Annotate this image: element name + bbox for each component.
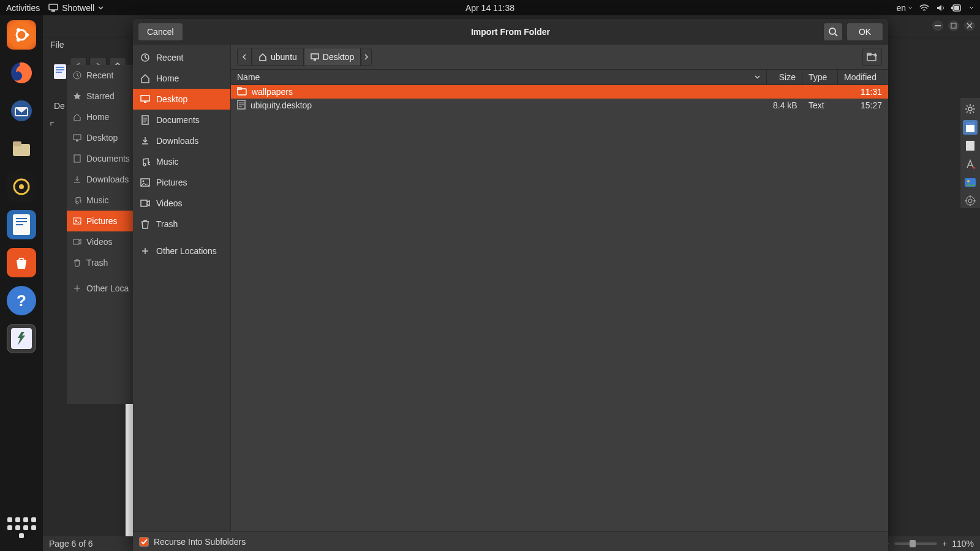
svg-rect-3 — [951, 7, 953, 9]
svg-rect-30 — [74, 155, 80, 162]
svg-rect-33 — [74, 239, 79, 244]
system-menu-chevron-icon[interactable] — [969, 6, 974, 9]
input-source[interactable]: en — [896, 3, 913, 13]
bg-side-starred[interactable]: Starred — [67, 86, 133, 107]
dock-rhythmbox[interactable] — [7, 172, 36, 201]
path-forward[interactable] — [361, 48, 372, 66]
place-desktop[interactable]: Desktop — [133, 89, 230, 110]
file-name: wallpapers — [252, 87, 293, 97]
place-videos[interactable]: Videos — [133, 193, 230, 214]
rtool-gear[interactable] — [963, 102, 978, 116]
svg-rect-19 — [16, 224, 23, 225]
bg-side-trash[interactable]: Trash — [67, 252, 133, 273]
rtool-gallery[interactable] — [963, 175, 978, 190]
svg-rect-29 — [76, 140, 78, 141]
svg-rect-1 — [51, 10, 55, 12]
dock-writer[interactable] — [7, 210, 36, 239]
svg-point-7 — [17, 28, 20, 32]
volume-icon[interactable] — [936, 4, 944, 12]
maximize-button[interactable] — [948, 20, 959, 31]
path-seg-desktop[interactable]: Desktop — [304, 48, 361, 66]
chevron-down-icon — [98, 6, 104, 10]
show-applications[interactable] — [7, 513, 36, 542]
col-name[interactable]: Name — [231, 70, 767, 84]
zoom-slider[interactable] — [894, 542, 937, 545]
svg-rect-50 — [311, 54, 318, 59]
doc-icon — [54, 64, 66, 81]
svg-point-39 — [967, 180, 970, 182]
place-downloads[interactable]: Downloads — [133, 130, 230, 151]
dock-software[interactable] — [7, 248, 36, 277]
recurse-label[interactable]: Recurse Into Subfolders — [154, 537, 246, 547]
dock-thunderbird[interactable] — [7, 96, 36, 126]
bg-side-desktop[interactable]: Desktop — [67, 127, 133, 148]
dock-ubuntu[interactable] — [7, 20, 36, 50]
battery-icon[interactable] — [951, 4, 963, 12]
tab-label[interactable]: De — [54, 101, 65, 111]
activities-button[interactable]: Activities — [6, 3, 40, 13]
file-menu[interactable]: File — [50, 40, 64, 50]
bg-side-other[interactable]: Other Loca — [67, 278, 133, 299]
place-pictures[interactable]: Pictures — [133, 172, 230, 193]
new-folder-button[interactable] — [862, 48, 882, 66]
clock[interactable]: Apr 14 11:38 — [466, 3, 514, 13]
path-seg-ubuntu[interactable]: ubuntu — [252, 48, 304, 66]
svg-point-41 — [968, 199, 972, 203]
place-other[interactable]: Other Locations — [133, 241, 230, 261]
rtool-page[interactable] — [963, 120, 978, 135]
dock-help[interactable]: ? — [7, 286, 36, 315]
col-size[interactable]: Size — [767, 70, 802, 84]
place-documents[interactable]: Documents — [133, 110, 230, 130]
dock-firefox[interactable] — [7, 58, 36, 88]
bg-side-videos[interactable]: Videos — [67, 231, 133, 252]
search-button[interactable] — [823, 23, 843, 41]
file-row[interactable]: ubiquity.desktop8.4 kBText15:27 — [231, 99, 888, 112]
bg-side-music[interactable]: Music — [67, 190, 133, 211]
file-row[interactable]: wallpapers11:31 — [231, 85, 888, 99]
zoom-in[interactable]: + — [942, 539, 947, 549]
svg-point-48 — [143, 181, 145, 182]
import-dialog: Cancel Import From Folder OK Recent Home… — [133, 19, 888, 551]
svg-rect-51 — [314, 59, 316, 61]
rtool-char[interactable] — [963, 157, 978, 171]
place-recent[interactable]: Recent — [133, 47, 230, 68]
column-headers: Name Size Type Modified — [231, 69, 888, 85]
bg-side-home[interactable]: Home — [67, 107, 133, 127]
zoom-value: 110% — [952, 539, 974, 549]
rtool-blank[interactable] — [963, 138, 978, 153]
ok-button[interactable]: OK — [846, 23, 883, 41]
dock: ? — [0, 15, 43, 551]
minimize-button[interactable] — [932, 20, 943, 31]
app-menu-label: Shotwell — [62, 3, 94, 13]
path-back[interactable] — [237, 48, 252, 66]
place-home[interactable]: Home — [133, 68, 230, 89]
svg-rect-25 — [56, 69, 64, 70]
place-music[interactable]: Music — [133, 151, 230, 172]
close-button[interactable] — [964, 20, 975, 31]
svg-rect-21 — [935, 25, 941, 26]
dock-shotwell[interactable] — [7, 324, 36, 353]
places-sidebar: Recent Home Desktop Documents Downloads … — [133, 45, 231, 531]
place-trash[interactable]: Trash — [133, 214, 230, 234]
col-modified[interactable]: Modified — [838, 70, 888, 84]
wifi-icon[interactable] — [919, 4, 930, 12]
bg-side-downloads[interactable]: Downloads — [67, 169, 133, 190]
rtool-target[interactable] — [963, 193, 978, 208]
bg-side-recent[interactable]: Recent — [67, 65, 133, 86]
dock-files[interactable] — [7, 134, 36, 163]
app-menu[interactable]: Shotwell — [48, 3, 104, 13]
svg-rect-26 — [56, 72, 62, 73]
home-icon — [258, 53, 267, 61]
recurse-checkbox[interactable] — [139, 537, 149, 547]
col-type[interactable]: Type — [802, 70, 838, 84]
svg-rect-22 — [951, 23, 956, 28]
device-icon — [48, 4, 58, 12]
bg-side-pictures[interactable]: Pictures — [67, 211, 133, 231]
bg-side-documents[interactable]: Documents — [67, 148, 133, 169]
folder-icon — [237, 87, 247, 97]
file-name: ubiquity.desktop — [251, 100, 312, 110]
svg-rect-37 — [966, 141, 974, 151]
file-icon — [237, 100, 246, 111]
svg-point-34 — [968, 107, 972, 111]
cancel-button[interactable]: Cancel — [138, 23, 183, 41]
